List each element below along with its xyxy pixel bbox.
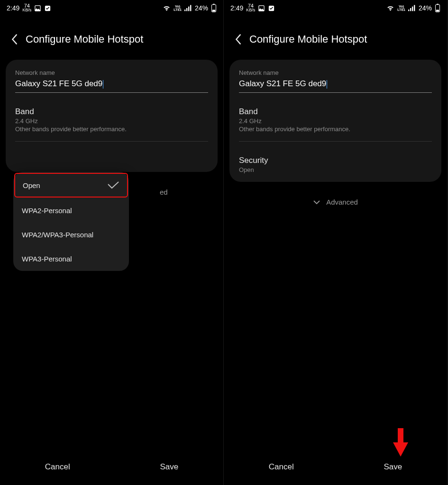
band-note: Other bands provide better performance. [239, 126, 432, 133]
band-title: Band [15, 107, 208, 117]
advanced-label-truncated: ed [160, 188, 168, 196]
page-header: Configure Mobile Hotspot [224, 14, 447, 60]
phone-screen-right: 2:49 74KB/s Vo)LTE1 24% [224, 0, 448, 485]
svg-rect-17 [436, 10, 439, 12]
security-option-wpa3[interactable]: WPA3-Personal [13, 247, 129, 271]
band-value: 2.4 GHz [15, 117, 208, 125]
settings-card: Network name Galaxy S21 FE 5G ded9 Band … [229, 60, 441, 182]
status-time: 2:49 [230, 4, 243, 12]
status-battery-pct: 24% [195, 4, 208, 12]
volte-icon: Vo)LTE1 [397, 5, 405, 11]
security-option-wpa2[interactable]: WPA2-Personal [13, 198, 129, 223]
security-value: Open [239, 166, 432, 173]
battery-icon [435, 4, 440, 12]
security-option-label: WPA2/WPA3-Personal [22, 231, 93, 239]
checkbox-icon [44, 5, 51, 12]
status-time: 2:49 [7, 4, 19, 12]
cancel-button[interactable]: Cancel [255, 458, 308, 476]
band-value: 2.4 GHz [239, 117, 432, 125]
save-button[interactable]: Save [146, 458, 192, 476]
page-title: Configure Mobile Hotspot [26, 33, 143, 45]
svg-rect-11 [408, 9, 409, 11]
status-bar: 2:49 74KB/s Vo)LTE1 24% [0, 0, 223, 14]
network-name-label: Network name [15, 69, 208, 76]
back-icon[interactable] [10, 34, 18, 45]
security-dropdown: Open WPA2-Personal WPA2/WPA3-Personal WP… [13, 172, 129, 271]
checkbox-icon [268, 5, 275, 12]
svg-rect-16 [437, 4, 439, 5]
status-data-rate: 74KB/s [22, 4, 31, 12]
cancel-button[interactable]: Cancel [31, 458, 84, 476]
security-option-label: WPA2-Personal [22, 207, 72, 215]
svg-rect-3 [186, 8, 187, 11]
check-icon [107, 181, 119, 189]
image-icon [34, 5, 41, 12]
page-title: Configure Mobile Hotspot [249, 33, 367, 45]
network-name-input[interactable]: Galaxy S21 FE 5G ded9 [15, 78, 208, 93]
band-section[interactable]: Band 2.4 GHz Other bands provide better … [239, 93, 432, 133]
wifi-icon [163, 5, 171, 11]
svg-rect-8 [212, 10, 215, 12]
status-data-rate: 74KB/s [246, 4, 255, 12]
save-button[interactable]: Save [369, 458, 416, 476]
bottom-bar: Cancel Save [224, 458, 447, 476]
security-option-wpa2wpa3[interactable]: WPA2/WPA3-Personal [13, 223, 129, 247]
volte-icon: Vo)LTE1 [174, 5, 182, 11]
security-title: Security [239, 156, 432, 165]
security-option-open[interactable]: Open [14, 173, 128, 198]
svg-rect-13 [412, 7, 413, 11]
network-name-label: Network name [239, 69, 432, 76]
chevron-down-icon [313, 200, 320, 205]
svg-rect-2 [184, 9, 185, 11]
network-name-field[interactable]: Network name Galaxy S21 FE 5G ded9 [15, 69, 208, 93]
band-title: Band [239, 107, 432, 117]
page-header: Configure Mobile Hotspot [0, 14, 223, 60]
wifi-icon [386, 5, 394, 11]
network-name-input[interactable]: Galaxy S21 FE 5G ded9 [239, 78, 432, 93]
settings-card: Network name Galaxy S21 FE 5G ded9 Band … [6, 60, 218, 172]
svg-rect-7 [213, 4, 215, 5]
security-section-placeholder [15, 142, 208, 163]
band-section[interactable]: Band 2.4 GHz Other bands provide better … [15, 93, 208, 133]
status-bar: 2:49 74KB/s Vo)LTE1 24% [224, 0, 447, 14]
network-name-field[interactable]: Network name Galaxy S21 FE 5G ded9 [239, 69, 432, 93]
security-option-label: WPA3-Personal [22, 255, 72, 263]
advanced-label: Advanced [326, 198, 358, 206]
security-section[interactable]: Security Open [239, 142, 432, 173]
annotation-arrow-icon [391, 428, 410, 458]
status-battery-pct: 24% [419, 4, 432, 12]
security-option-label: Open [23, 181, 40, 189]
image-icon [258, 5, 265, 12]
svg-rect-5 [190, 5, 191, 11]
svg-rect-14 [414, 5, 415, 11]
advanced-toggle[interactable]: Advanced [224, 182, 447, 222]
svg-rect-4 [188, 7, 189, 11]
back-icon[interactable] [234, 34, 242, 45]
signal-icon [184, 5, 192, 11]
band-note: Other bands provide better performance. [15, 126, 208, 133]
phone-screen-left: 2:49 74KB/s Vo)LTE1 24% [0, 0, 224, 485]
battery-icon [211, 4, 217, 12]
svg-rect-12 [410, 8, 411, 11]
signal-icon [408, 5, 416, 11]
bottom-bar: Cancel Save [0, 458, 223, 476]
